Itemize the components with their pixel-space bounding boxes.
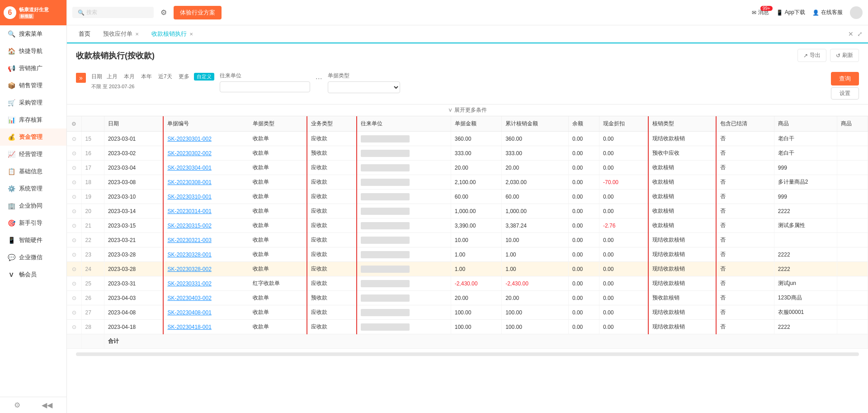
- refresh-button[interactable]: ↺ 刷新: [830, 49, 859, 62]
- expand-more-row[interactable]: ∨ 展开更多条件: [67, 104, 868, 116]
- cell-settings[interactable]: ⊙: [67, 161, 81, 175]
- row-settings-icon[interactable]: ⊙: [72, 252, 76, 258]
- cell-sno[interactable]: SK-20230308-001: [163, 175, 249, 190]
- cell-sno[interactable]: SK-20230328-001: [163, 247, 249, 262]
- table-row[interactable]: ⊙ 28 2023-04-18 SK-20230418-001 收款单 应收款 …: [67, 320, 868, 334]
- cell-sno[interactable]: SK-20230310-001: [163, 190, 249, 204]
- filter-date-lastmonth[interactable]: 上月: [105, 72, 119, 81]
- table-row[interactable]: ⊙ 24 2023-03-28 SK-20230328-002 收款单 应收款 …: [67, 262, 868, 276]
- table-row[interactable]: ⊙ 25 2023-03-31 SK-20230331-002 红字收款单 应收…: [67, 276, 868, 291]
- row-settings-icon[interactable]: ⊙: [72, 309, 76, 316]
- message-btn[interactable]: ✉ 消息 99+: [752, 9, 769, 16]
- sidebar-item-search[interactable]: 🔍 搜索菜单: [0, 25, 66, 43]
- row-settings-icon[interactable]: ⊙: [72, 165, 76, 171]
- cell-sno[interactable]: SK-20230304-001: [163, 161, 249, 175]
- table-row[interactable]: ⊙ 26 2023-04-03 SK-20230403-002 收款单 预收款 …: [67, 291, 868, 305]
- sidebar-item-member[interactable]: V 畅会员: [0, 266, 66, 283]
- row-settings-icon[interactable]: ⊙: [72, 266, 76, 272]
- cell-settings[interactable]: ⊙: [67, 132, 81, 146]
- sidebar-item-operations[interactable]: 📈 经营管理: [0, 146, 66, 163]
- export-button[interactable]: ↗ 导出: [797, 49, 826, 62]
- cell-sno[interactable]: SK-20230403-002: [163, 291, 249, 305]
- cell-sno[interactable]: SK-20230408-001: [163, 305, 249, 320]
- row-settings-icon[interactable]: ⊙: [72, 136, 76, 142]
- sidebar-item-wechat[interactable]: 💬 企业微信: [0, 249, 66, 266]
- tab-close-all-icon[interactable]: ✕: [848, 30, 854, 38]
- tab-receipt-close[interactable]: ✕: [189, 32, 193, 37]
- cell-settings[interactable]: ⊙: [67, 175, 81, 190]
- query-button[interactable]: 查询: [831, 72, 859, 85]
- user-avatar[interactable]: [850, 6, 863, 19]
- sidebar-item-system[interactable]: ⚙️ 系统管理: [0, 180, 66, 197]
- table-row[interactable]: ⊙ 22 2023-03-21 SK-20230321-003 收款单 应收款 …: [67, 233, 868, 247]
- cell-settings[interactable]: ⊙: [67, 146, 81, 161]
- online-service-btn[interactable]: 👤 在线客服: [812, 9, 843, 16]
- cell-settings[interactable]: ⊙: [67, 276, 81, 291]
- table-row[interactable]: ⊙ 20 2023-03-14 SK-20230314-001 收款单 应收款 …: [67, 204, 868, 218]
- row-settings-icon[interactable]: ⊙: [72, 194, 76, 200]
- cell-settings[interactable]: ⊙: [67, 247, 81, 262]
- th-settings[interactable]: ⚙: [67, 116, 81, 132]
- sidebar-settings-icon[interactable]: ⚙: [14, 401, 20, 409]
- cell-settings[interactable]: ⊙: [67, 190, 81, 204]
- cell-sno[interactable]: SK-20230331-002: [163, 276, 249, 291]
- cell-settings[interactable]: ⊙: [67, 320, 81, 334]
- filter-date-custom[interactable]: 自定义: [194, 73, 214, 81]
- tab-prepay[interactable]: 预收应付单 ✕: [97, 25, 145, 43]
- table-row[interactable]: ⊙ 21 2023-03-15 SK-20230315-002 收款单 应收款 …: [67, 218, 868, 233]
- row-settings-icon[interactable]: ⊙: [72, 324, 76, 330]
- sidebar-item-quicknav[interactable]: 🏠 快捷导航: [0, 43, 66, 60]
- filter-date-7days[interactable]: 近7天: [156, 72, 174, 81]
- cell-sno[interactable]: SK-20230418-001: [163, 320, 249, 334]
- sidebar-item-corp[interactable]: 🏢 企业协同: [0, 197, 66, 214]
- sidebar-item-purchase[interactable]: 🛒 采购管理: [0, 94, 66, 111]
- row-settings-icon[interactable]: ⊙: [72, 150, 76, 157]
- solution-button[interactable]: 体验行业方案: [174, 6, 222, 19]
- table-row[interactable]: ⊙ 23 2023-03-28 SK-20230328-001 收款单 应收款 …: [67, 247, 868, 262]
- cell-sno[interactable]: SK-20230302-002: [163, 146, 249, 161]
- tab-receipt[interactable]: 收款核销执行 ✕: [145, 25, 199, 43]
- table-row[interactable]: ⊙ 19 2023-03-10 SK-20230310-001 收款单 应收款 …: [67, 190, 868, 204]
- cell-settings[interactable]: ⊙: [67, 305, 81, 320]
- row-settings-icon[interactable]: ⊙: [72, 280, 76, 287]
- table-row[interactable]: ⊙ 17 2023-03-04 SK-20230304-001 收款单 应收款 …: [67, 161, 868, 175]
- topbar-search[interactable]: 🔍 搜索: [72, 7, 154, 18]
- sidebar-item-sales[interactable]: 📦 销售管理: [0, 77, 66, 94]
- filter-date-thismonth[interactable]: 本月: [122, 72, 137, 81]
- horizontal-scrollbar[interactable]: [76, 352, 859, 356]
- row-settings-icon[interactable]: ⊙: [72, 295, 76, 301]
- filter-toggle-button[interactable]: »: [76, 73, 86, 83]
- table-row[interactable]: ⊙ 18 2023-03-08 SK-20230308-001 收款单 应收款 …: [67, 175, 868, 190]
- app-download-btn[interactable]: 📱 App下载: [776, 9, 805, 16]
- gear-icon[interactable]: ⚙: [157, 6, 170, 19]
- cell-sno[interactable]: SK-20230315-002: [163, 218, 249, 233]
- sidebar-item-marketing[interactable]: 📢 营销推广: [0, 60, 66, 77]
- filter-date-more[interactable]: 更多: [177, 72, 191, 81]
- table-row[interactable]: ⊙ 16 2023-03-02 SK-20230302-002 收款单 预收款 …: [67, 146, 868, 161]
- column-settings-icon[interactable]: ⚙: [71, 121, 76, 127]
- sidebar-item-inventory[interactable]: 📊 库存核算: [0, 111, 66, 128]
- table-row[interactable]: ⊙ 15 2023-03-01 SK-20230301-002 收款单 应收款 …: [67, 132, 868, 146]
- setting-button[interactable]: 设置: [831, 87, 859, 100]
- table-row[interactable]: ⊙ 27 2023-04-08 SK-20230408-001 收款单 应收款 …: [67, 305, 868, 320]
- row-settings-icon[interactable]: ⊙: [72, 208, 76, 214]
- cell-settings[interactable]: ⊙: [67, 233, 81, 247]
- sidebar-item-basic[interactable]: 📋 基础信息: [0, 163, 66, 180]
- cell-sno[interactable]: SK-20230314-001: [163, 204, 249, 218]
- row-settings-icon[interactable]: ⊙: [72, 179, 76, 185]
- cell-sno[interactable]: SK-20230328-002: [163, 262, 249, 276]
- cell-sno[interactable]: SK-20230301-002: [163, 132, 249, 146]
- cell-settings[interactable]: ⊙: [67, 291, 81, 305]
- filter-date-thisyear[interactable]: 本年: [139, 72, 154, 81]
- cell-settings[interactable]: ⊙: [67, 262, 81, 276]
- sidebar-item-hardware[interactable]: 📱 智能硬件: [0, 232, 66, 249]
- filter-partner-input[interactable]: [220, 81, 310, 92]
- sidebar-item-finance[interactable]: 💰 资金管理: [0, 128, 66, 146]
- row-settings-icon[interactable]: ⊙: [72, 223, 76, 229]
- tab-home[interactable]: 首页: [72, 25, 97, 43]
- cell-sno[interactable]: SK-20230321-003: [163, 233, 249, 247]
- tab-expand-icon[interactable]: ⤢: [857, 30, 863, 38]
- cell-settings[interactable]: ⊙: [67, 218, 81, 233]
- sidebar-item-guide[interactable]: 🎯 新手引导: [0, 214, 66, 232]
- sidebar-collapse-icon[interactable]: ◀◀: [42, 401, 52, 409]
